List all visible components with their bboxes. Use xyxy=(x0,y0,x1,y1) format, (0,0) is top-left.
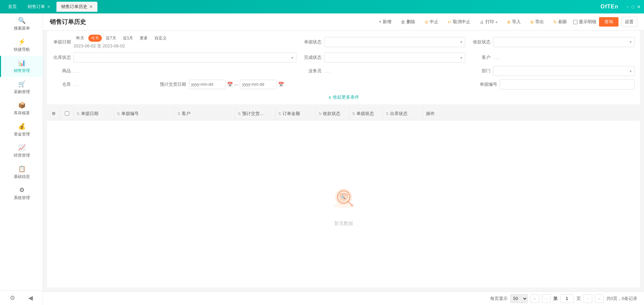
current-page-input[interactable] xyxy=(560,294,574,303)
th-receipt-status[interactable]: 收款状态 xyxy=(316,107,349,120)
receipt-sort-icon xyxy=(318,111,321,116)
tab-sales-order-close[interactable]: ✕ xyxy=(47,5,50,9)
department-label: 部门 xyxy=(472,68,490,74)
sidebar-item-inventory[interactable]: 📦 库存核算 xyxy=(0,98,43,119)
customer-dots[interactable]: ... xyxy=(493,54,500,61)
calendar-icon-start[interactable]: 📅 xyxy=(227,82,233,87)
tab-bar: 首页 销售订单 ✕ 销售订单历史 ✕ xyxy=(3,2,601,12)
settings-button-label: 设置 xyxy=(625,19,634,25)
date-tab-today[interactable]: 今天 xyxy=(88,35,102,42)
tab-home[interactable]: 首页 xyxy=(3,2,22,12)
calendar-icon-end[interactable]: 📅 xyxy=(278,82,284,87)
collapse-btn[interactable]: ∧ 收起更多条件 xyxy=(52,93,635,100)
complete-status-label: 完成状态 xyxy=(303,54,321,61)
date-tab-more[interactable]: 更多 xyxy=(137,35,151,42)
sidebar-item-system[interactable]: ⚙ 系统管理 xyxy=(0,183,43,204)
page-size-select[interactable]: 20 50 100 200 xyxy=(510,294,528,303)
department-select[interactable] xyxy=(493,66,635,76)
query-button[interactable]: 查询 xyxy=(599,17,618,27)
toolbar: + 新增 🗑 删除 ⊘ 中止 ↩ 取消中止 🖨 打印 xyxy=(376,17,637,27)
delivery-status-sort-icon xyxy=(386,111,389,116)
filter-date: 单据日期 昨天 今天 近7天 近1月 更多 自定义 2023 xyxy=(52,35,296,49)
order-no-sort-icon xyxy=(117,111,120,116)
prev-page-btn[interactable]: ‹ xyxy=(542,294,551,303)
page-header: 销售订单历史 + 新增 🗑 删除 ⊘ 中止 ↩ 取消中止 🖨 xyxy=(43,13,644,31)
tab-sales-history[interactable]: 销售订单历史 ✕ xyxy=(56,2,97,12)
sidebar-item-operations[interactable]: 📈 经营管理 xyxy=(0,141,43,162)
sidebar-item-search[interactable]: 🔍 搜索菜单 xyxy=(0,13,43,35)
date-dash: — xyxy=(234,82,239,87)
receipt-status-select[interactable] xyxy=(493,37,635,47)
print-button[interactable]: 🖨 打印 xyxy=(476,17,501,27)
export-button[interactable]: ⊕ 导出 xyxy=(527,17,547,27)
stop-icon: ⊘ xyxy=(425,20,428,25)
date-tab-1month[interactable]: 近1月 xyxy=(120,35,136,42)
th-amount[interactable]: 订单金额 xyxy=(275,107,316,120)
order-status-label: 单据状态 xyxy=(303,39,321,45)
goods-dots[interactable]: ... xyxy=(74,68,80,74)
delivery-sort-icon xyxy=(238,111,241,116)
collapse-label: 收起更多条件 xyxy=(333,94,359,100)
print-button-label: 打印 xyxy=(485,19,494,25)
th-delivery-date[interactable]: 预计交货... xyxy=(235,107,275,120)
th-order-status[interactable]: 单据状态 xyxy=(349,107,383,120)
minimize-icon[interactable]: − xyxy=(627,4,629,9)
date-tab-custom[interactable]: 自定义 xyxy=(152,35,169,42)
top-bar-right: OfTEn − □ ✕ xyxy=(601,4,641,10)
order-no-input[interactable] xyxy=(500,79,635,89)
sidebar-item-basic-info[interactable]: 📋 基础信息 xyxy=(0,162,43,183)
main-layout: 🔍 搜索菜单 ⚡ 快捷导航 📊 销售管理 🛒 采购管理 📦 库存核算 💰 资金管… xyxy=(0,13,644,305)
close-window-icon[interactable]: ✕ xyxy=(637,4,641,9)
display-detail-toggle[interactable]: 显示明细 xyxy=(573,19,596,25)
collapse-sidebar-icon[interactable]: ◀ xyxy=(28,294,33,302)
date-tab-yesterday[interactable]: 昨天 xyxy=(74,35,87,42)
th-customer[interactable]: 客户 xyxy=(175,107,235,120)
filter-receipt-status: 收款状态 xyxy=(472,37,635,47)
salesperson-dots[interactable]: ... xyxy=(324,68,331,74)
import-button[interactable]: ⊕ 导入 xyxy=(504,17,524,27)
maximize-icon[interactable]: □ xyxy=(632,4,634,9)
stop-button[interactable]: ⊘ 中止 xyxy=(421,17,442,27)
filter-customer: 客户 ... xyxy=(472,54,635,61)
new-button[interactable]: + 新增 xyxy=(376,17,395,27)
filter-row-1: 单据日期 昨天 今天 近7天 近1月 更多 自定义 2023 xyxy=(52,35,635,49)
filter-department: 部门 xyxy=(472,66,635,76)
settings-bottom-icon[interactable]: ⚙ xyxy=(10,294,15,302)
filter-row-3: 商品 ... 业务员 ... 部门 xyxy=(52,66,635,76)
sidebar-item-purchase[interactable]: 🛒 采购管理 xyxy=(0,77,43,98)
system-icon: ⚙ xyxy=(19,186,25,194)
delivery-date-start-input[interactable] xyxy=(189,80,226,89)
display-detail-checkbox-input[interactable] xyxy=(573,20,577,24)
complete-status-select[interactable] xyxy=(324,52,466,63)
date-tab-7days[interactable]: 近7天 xyxy=(103,35,119,42)
refresh-button[interactable]: ↻ 刷新 xyxy=(550,17,570,27)
tab-sales-history-close[interactable]: ✕ xyxy=(89,5,93,9)
page-size-label: 每页显示 xyxy=(490,296,508,302)
th-checkbox[interactable] xyxy=(60,107,74,120)
delivery-date-end-input[interactable] xyxy=(240,80,277,89)
delete-button[interactable]: 🗑 删除 xyxy=(397,17,419,27)
th-delivery-status[interactable]: 出库状态 xyxy=(383,107,423,120)
tab-sales-history-label: 销售订单历史 xyxy=(61,4,87,10)
order-status-select[interactable] xyxy=(324,37,466,47)
sidebar-item-sales[interactable]: 📊 销售管理 xyxy=(0,56,43,77)
content-area: 销售订单历史 + 新增 🗑 删除 ⊘ 中止 ↩ 取消中止 🖨 xyxy=(43,13,644,305)
last-page-btn[interactable]: » xyxy=(595,294,604,303)
delivery-status-select[interactable] xyxy=(74,52,296,63)
warehouse-dots[interactable]: ... xyxy=(74,81,80,87)
th-order-no[interactable]: 单据编号 xyxy=(114,107,175,120)
sidebar: 🔍 搜索菜单 ⚡ 快捷导航 📊 销售管理 🛒 采购管理 📦 库存核算 💰 资金管… xyxy=(0,13,43,305)
sidebar-item-quicknav[interactable]: ⚡ 快捷导航 xyxy=(0,35,43,56)
th-settings[interactable]: ⚙ xyxy=(47,107,60,120)
sidebar-item-finance[interactable]: 💰 资金管理 xyxy=(0,119,43,141)
next-page-btn[interactable]: › xyxy=(584,294,592,303)
filter-row-4: 仓库 ... 预计交货日期 📅 — 📅 xyxy=(52,79,635,89)
tab-sales-order[interactable]: 销售订单 ✕ xyxy=(23,2,55,12)
settings-button[interactable]: 设置 xyxy=(621,17,637,27)
sidebar-quicknav-label: 快捷导航 xyxy=(14,47,30,52)
first-page-btn[interactable]: « xyxy=(530,294,539,303)
sidebar-purchase-label: 采购管理 xyxy=(14,89,30,95)
th-date[interactable]: 单据日期 xyxy=(74,107,114,120)
cancel-stop-button[interactable]: ↩ 取消中止 xyxy=(444,17,474,27)
select-all-checkbox[interactable] xyxy=(65,111,69,116)
